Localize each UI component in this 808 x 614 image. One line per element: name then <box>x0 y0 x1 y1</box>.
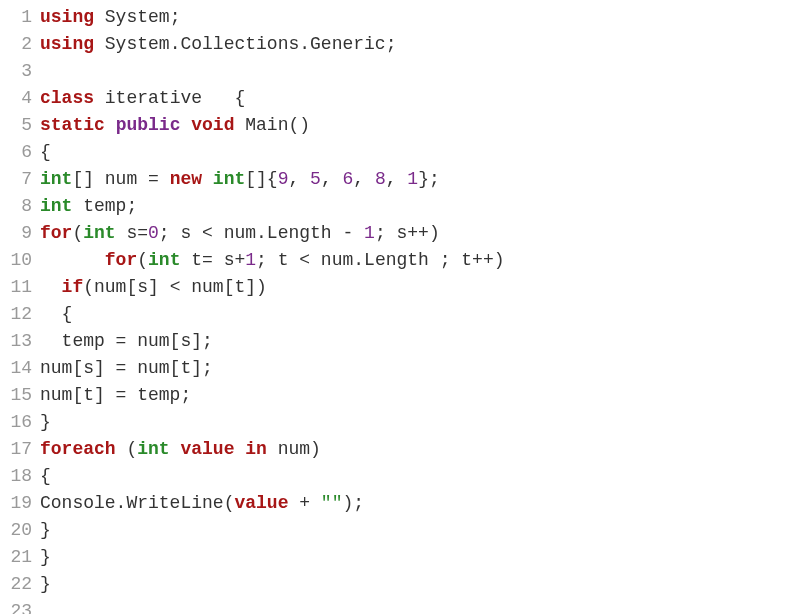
code-token: "" <box>321 493 343 513</box>
code-token: ( <box>137 250 148 270</box>
line-content[interactable]: num[t] = temp; <box>40 382 808 409</box>
line-content[interactable]: for(int s=0; s < num.Length - 1; s++) <box>40 220 808 247</box>
code-token: 6 <box>343 169 354 189</box>
code-token: 8 <box>375 169 386 189</box>
code-token: int <box>137 439 169 459</box>
code-line[interactable]: 12 { <box>4 301 808 328</box>
code-token: in <box>245 439 267 459</box>
line-number: 21 <box>4 544 40 571</box>
code-editor[interactable]: 1using System;2using System.Collections.… <box>4 4 808 614</box>
code-line[interactable]: 3 <box>4 58 808 85</box>
code-token: for <box>40 223 72 243</box>
code-token: } <box>40 412 51 432</box>
line-content[interactable]: using System; <box>40 4 808 31</box>
code-token: 9 <box>278 169 289 189</box>
code-line[interactable]: 2using System.Collections.Generic; <box>4 31 808 58</box>
code-token: int <box>148 250 180 270</box>
code-line[interactable]: 4class iterative { <box>4 85 808 112</box>
code-token: , <box>353 169 375 189</box>
line-number: 7 <box>4 166 40 193</box>
code-token: if <box>62 277 84 297</box>
code-line[interactable]: 15num[t] = temp; <box>4 382 808 409</box>
code-token: ; s < num.Length - <box>159 223 364 243</box>
code-token: System; <box>94 7 180 27</box>
line-content[interactable]: temp = num[s]; <box>40 328 808 355</box>
code-token: int <box>40 169 72 189</box>
line-content[interactable]: { <box>40 301 808 328</box>
code-line[interactable]: 20} <box>4 517 808 544</box>
line-number: 23 <box>4 598 40 614</box>
line-number: 12 <box>4 301 40 328</box>
code-token: for <box>105 250 137 270</box>
code-token: public <box>116 115 181 135</box>
code-line[interactable]: 19Console.WriteLine(value + ""); <box>4 490 808 517</box>
line-content[interactable]: int[] num = new int[]{9, 5, 6, 8, 1}; <box>40 166 808 193</box>
code-token: + <box>288 493 320 513</box>
code-token <box>234 439 245 459</box>
line-content[interactable]: } <box>40 571 808 598</box>
line-number: 22 <box>4 571 40 598</box>
code-line[interactable]: 1using System; <box>4 4 808 31</box>
code-token: 1 <box>364 223 375 243</box>
line-content[interactable]: if(num[s] < num[t]) <box>40 274 808 301</box>
line-content[interactable]: } <box>40 544 808 571</box>
code-token: []{ <box>245 169 277 189</box>
line-content[interactable]: static public void Main() <box>40 112 808 139</box>
code-token: 5 <box>310 169 321 189</box>
line-content[interactable]: for(int t= s+1; t < num.Length ; t++) <box>40 247 808 274</box>
line-content[interactable] <box>40 598 808 614</box>
code-line[interactable]: 17foreach (int value in num) <box>4 436 808 463</box>
line-content[interactable]: } <box>40 517 808 544</box>
code-token: 0 <box>148 223 159 243</box>
line-content[interactable] <box>40 58 808 85</box>
code-line[interactable]: 11 if(num[s] < num[t]) <box>4 274 808 301</box>
line-content[interactable]: using System.Collections.Generic; <box>40 31 808 58</box>
line-number: 10 <box>4 247 40 274</box>
line-content[interactable]: num[s] = num[t]; <box>40 355 808 382</box>
line-content[interactable]: class iterative { <box>40 85 808 112</box>
code-line[interactable]: 8int temp; <box>4 193 808 220</box>
code-token <box>202 169 213 189</box>
line-content[interactable]: foreach (int value in num) <box>40 436 808 463</box>
code-token <box>40 250 105 270</box>
code-line[interactable]: 10 for(int t= s+1; t < num.Length ; t++) <box>4 247 808 274</box>
code-token: Console.WriteLine( <box>40 493 234 513</box>
code-token: ); <box>342 493 364 513</box>
line-content[interactable]: { <box>40 463 808 490</box>
line-content[interactable]: } <box>40 409 808 436</box>
code-token: s= <box>116 223 148 243</box>
line-number: 6 <box>4 139 40 166</box>
line-number: 16 <box>4 409 40 436</box>
line-number: 11 <box>4 274 40 301</box>
code-token: ( <box>72 223 83 243</box>
code-token: temp = num[s]; <box>40 331 213 351</box>
code-line[interactable]: 5static public void Main() <box>4 112 808 139</box>
code-token: } <box>40 520 51 540</box>
line-content[interactable]: { <box>40 139 808 166</box>
code-line[interactable]: 22} <box>4 571 808 598</box>
line-content[interactable]: Console.WriteLine(value + ""); <box>40 490 808 517</box>
code-token: void <box>191 115 234 135</box>
line-content[interactable]: int temp; <box>40 193 808 220</box>
code-line[interactable]: 6{ <box>4 139 808 166</box>
code-token <box>40 277 62 297</box>
line-number: 3 <box>4 58 40 85</box>
code-token: { <box>40 304 72 324</box>
code-line[interactable]: 18{ <box>4 463 808 490</box>
code-token: ; t < num.Length ; t++) <box>256 250 504 270</box>
line-number: 17 <box>4 436 40 463</box>
code-token <box>105 115 116 135</box>
code-line[interactable]: 9for(int s=0; s < num.Length - 1; s++) <box>4 220 808 247</box>
code-token: Main() <box>234 115 310 135</box>
code-token: ( <box>116 439 138 459</box>
code-line[interactable]: 14num[s] = num[t]; <box>4 355 808 382</box>
code-line[interactable]: 7int[] num = new int[]{9, 5, 6, 8, 1}; <box>4 166 808 193</box>
line-number: 1 <box>4 4 40 31</box>
code-line[interactable]: 16} <box>4 409 808 436</box>
code-token: { <box>40 142 51 162</box>
line-number: 18 <box>4 463 40 490</box>
code-line[interactable]: 13 temp = num[s]; <box>4 328 808 355</box>
code-line[interactable]: 21} <box>4 544 808 571</box>
code-line[interactable]: 23 <box>4 598 808 614</box>
line-number: 19 <box>4 490 40 517</box>
